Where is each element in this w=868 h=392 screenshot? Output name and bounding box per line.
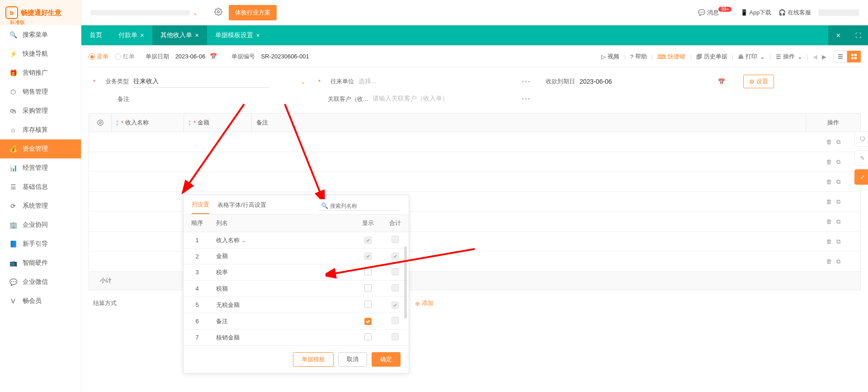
template-button[interactable]: 单据模板 bbox=[293, 352, 334, 367]
sidebar-item-9[interactable]: ⟳系统管理 bbox=[0, 196, 81, 215]
checkbox[interactable] bbox=[364, 301, 372, 308]
bill-date-value[interactable]: 2023-06-06 bbox=[175, 53, 206, 60]
fullscreen-icon[interactable]: ⛶ bbox=[848, 25, 868, 45]
biz-type-select[interactable]: 往来收入 bbox=[133, 76, 269, 88]
copy-icon[interactable]: ⧉ bbox=[836, 238, 840, 245]
sidebar-item-1[interactable]: ⚡快捷导航 bbox=[0, 44, 81, 63]
popup-tab-font[interactable]: 表格字体/行高设置 bbox=[217, 201, 266, 214]
gear-icon[interactable] bbox=[214, 8, 222, 17]
sidebar-item-6[interactable]: 💰资金管理 bbox=[0, 139, 81, 158]
sidebar-item-14[interactable]: V畅会员 bbox=[0, 292, 81, 311]
sidebar-item-5[interactable]: ⌂库存核算 bbox=[0, 120, 81, 139]
svg-rect-1 bbox=[851, 54, 854, 56]
tab-1[interactable]: 付款单✕ bbox=[110, 25, 152, 45]
float-tools: 🗨 ✎ ⤢ bbox=[854, 131, 868, 185]
close-icon[interactable]: ✕ bbox=[256, 33, 260, 38]
setting-button[interactable]: ⚙设置 bbox=[743, 75, 774, 88]
chevron-down-icon: ⌄ bbox=[760, 53, 765, 60]
copy-icon[interactable]: ⧉ bbox=[836, 218, 840, 225]
message-button[interactable]: 💬 消息 99+ bbox=[698, 9, 733, 17]
delete-icon[interactable]: 🗑 bbox=[826, 198, 832, 206]
tab-close-icon[interactable]: ✕ bbox=[828, 25, 848, 45]
float-note-icon[interactable]: 🗨 bbox=[854, 131, 868, 147]
ops-button[interactable]: ☰操作⌄ bbox=[776, 53, 802, 61]
copy-icon[interactable]: ⧉ bbox=[836, 198, 840, 206]
delete-icon[interactable]: 🗑 bbox=[826, 158, 832, 166]
delete-icon[interactable]: 🗑 bbox=[826, 218, 832, 225]
add-settle-button[interactable]: ⊕添加 bbox=[415, 299, 434, 307]
delete-icon[interactable]: 🗑 bbox=[826, 238, 832, 245]
sidebar-item-13[interactable]: 💬企业微信 bbox=[0, 272, 81, 292]
sidebar-item-12[interactable]: 📺智能硬件 bbox=[0, 253, 81, 272]
side-icon: 🔍 bbox=[9, 31, 17, 39]
print-icon: 🖶 bbox=[738, 53, 744, 60]
more-icon[interactable]: ••• bbox=[522, 78, 531, 85]
copy-icon[interactable]: ⧉ bbox=[836, 258, 840, 265]
sidebar-item-4[interactable]: 🛍采购管理 bbox=[0, 101, 81, 120]
rel-customer-input[interactable]: 请输入关联客户（收入单） bbox=[373, 93, 508, 105]
float-edit-icon[interactable]: ✎ bbox=[854, 150, 868, 166]
annotation-arrow bbox=[280, 100, 335, 199]
app-download-button[interactable]: 📱 App下载 bbox=[741, 9, 771, 17]
sidebar-item-0[interactable]: 🔍搜索菜单 bbox=[0, 25, 81, 44]
chevron-down-icon: ⌄ bbox=[193, 9, 198, 16]
column-settings-popup: 列设置 表格字体/行高设置 🔍 顺序 列名 显示 合计 bbox=[183, 195, 409, 373]
float-expand-icon[interactable]: ⤢ bbox=[854, 169, 868, 185]
ok-button[interactable]: 确定 bbox=[372, 352, 401, 367]
cta-button[interactable]: 体验行业方案 bbox=[229, 5, 277, 20]
calendar-icon[interactable]: 📅 bbox=[210, 53, 217, 60]
checkbox[interactable] bbox=[364, 284, 372, 292]
delete-icon[interactable]: 🗑 bbox=[826, 139, 832, 146]
copy-icon[interactable]: ⧉ bbox=[836, 158, 840, 166]
popup-search-input[interactable] bbox=[330, 203, 393, 209]
online-service-button[interactable]: 🎧 在线客服 bbox=[778, 9, 811, 17]
col-income-name[interactable]: ▴▾*收入名称 bbox=[112, 114, 184, 132]
sidebar-item-7[interactable]: 📊经营管理 bbox=[0, 158, 81, 177]
sidebar-item-11[interactable]: 📘新手引导 bbox=[0, 234, 81, 253]
popup-search[interactable]: 🔍 bbox=[319, 201, 401, 210]
sidebar-item-10[interactable]: 🏢企业协同 bbox=[0, 215, 81, 234]
side-icon: 💬 bbox=[9, 278, 17, 286]
checkbox[interactable] bbox=[364, 318, 372, 325]
bill-date-label: 单据日期 bbox=[146, 53, 169, 60]
sidebar-item-8[interactable]: ☰基础信息 bbox=[0, 177, 81, 196]
tab-2[interactable]: 其他收入单✕ bbox=[152, 25, 207, 45]
radio-blue[interactable]: 蓝单 bbox=[89, 53, 108, 61]
delete-icon[interactable]: 🗑 bbox=[826, 258, 832, 265]
chevron-down-icon[interactable]: ⌄ bbox=[241, 237, 246, 244]
tab-3[interactable]: 单据模板设置✕ bbox=[207, 25, 268, 45]
history-button[interactable]: 🗐历史单据 bbox=[696, 53, 727, 61]
video-button[interactable]: ▷视频 bbox=[601, 53, 619, 61]
shortcut-button[interactable]: ⌨快捷键 bbox=[657, 53, 685, 61]
sidebar-item-2[interactable]: 🎁营销推广 bbox=[0, 63, 81, 82]
copy-icon[interactable]: ⧉ bbox=[836, 139, 840, 146]
side-icon: ☰ bbox=[9, 183, 17, 191]
print-button[interactable]: 🖶打印⌄ bbox=[738, 53, 765, 61]
column-settings-button[interactable] bbox=[89, 114, 112, 132]
checkbox[interactable] bbox=[364, 333, 372, 340]
org-selector[interactable]: ⌄ bbox=[90, 9, 203, 16]
copy-icon[interactable]: ⧉ bbox=[836, 178, 840, 186]
delete-icon[interactable]: 🗑 bbox=[826, 178, 832, 186]
party-select[interactable]: 选择... bbox=[359, 76, 494, 88]
tabs: 首页付款单✕其他收入单✕单据模板设置✕ ✕ ⛶ bbox=[81, 25, 868, 45]
prev-button[interactable]: ◀ bbox=[813, 53, 817, 60]
sidebar-item-3[interactable]: ⬡销售管理 bbox=[0, 82, 81, 101]
more-icon[interactable]: ••• bbox=[522, 96, 531, 102]
due-date-input[interactable]: 2023-06-06 bbox=[580, 76, 715, 87]
cancel-button[interactable]: 取消 bbox=[338, 352, 367, 367]
topbar: ⌄ 体验行业方案 💬 消息 99+ 📱 App下载 🎧 在线客服 bbox=[81, 0, 868, 25]
side-icon: ⚡ bbox=[9, 50, 17, 58]
close-icon[interactable]: ✕ bbox=[195, 33, 199, 38]
avatar[interactable] bbox=[818, 10, 859, 16]
help-button[interactable]: ?帮助 bbox=[630, 53, 647, 61]
radio-red[interactable]: 红单 bbox=[115, 53, 135, 61]
calendar-icon[interactable]: 📅 bbox=[718, 78, 725, 85]
popup-tab-columns[interactable]: 列设置 bbox=[192, 201, 209, 214]
due-label: 收款到期日 bbox=[543, 77, 575, 86]
view-list-button[interactable] bbox=[834, 51, 847, 62]
next-button[interactable]: ▶ bbox=[822, 53, 826, 60]
tab-0[interactable]: 首页 bbox=[81, 25, 110, 45]
close-icon[interactable]: ✕ bbox=[140, 33, 144, 38]
view-card-button[interactable] bbox=[847, 51, 861, 62]
